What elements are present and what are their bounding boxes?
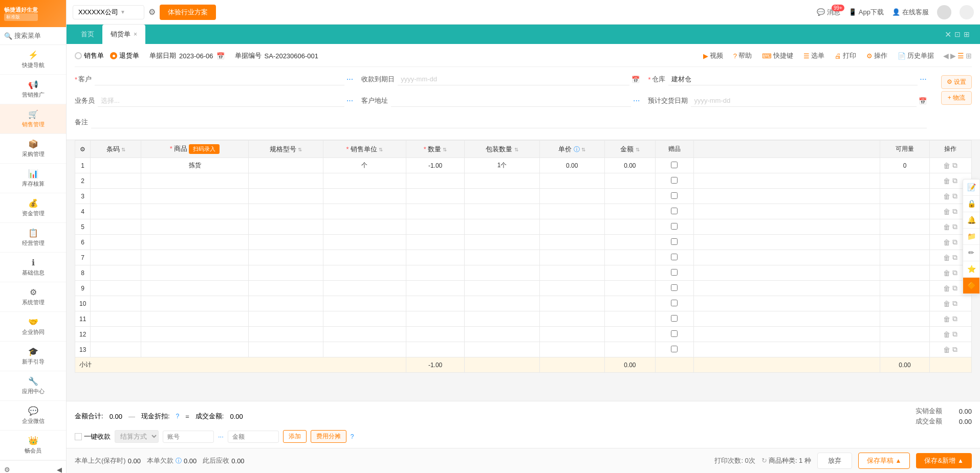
barcode-sort[interactable]: ⇅ (121, 147, 125, 152)
row-barcode-12[interactable] (91, 342, 141, 357)
toolbar-video[interactable]: ▶ 视频 (700, 50, 726, 61)
right-tool-lock[interactable]: 🔒 (963, 196, 979, 212)
gift-checkbox-4[interactable] (671, 223, 678, 230)
row-gift-8[interactable] (655, 281, 693, 296)
row-unitprice-2[interactable] (539, 189, 604, 204)
row-amount-10[interactable] (604, 311, 655, 327)
row-unit-3[interactable] (323, 204, 406, 219)
address-dots[interactable]: ··· (633, 96, 640, 105)
row-pkgqty-0[interactable]: 1个 (465, 158, 539, 173)
expand-icon[interactable]: ⊡ (954, 30, 961, 38)
warehouse-input[interactable] (668, 73, 918, 85)
row-unitprice-4[interactable] (539, 219, 604, 235)
copy-icon-6[interactable]: ⧉ (952, 253, 957, 262)
row-unit-2[interactable] (323, 189, 406, 204)
copy-icon-3[interactable]: ⧉ (952, 207, 957, 216)
logistics-button[interactable]: + 物流 (941, 91, 972, 105)
row-unitprice-6[interactable] (539, 250, 604, 265)
row-gift-2[interactable] (655, 189, 693, 204)
row-pkgqty-5[interactable] (465, 235, 539, 250)
row-unit-10[interactable] (323, 311, 406, 327)
row-pkgqty-10[interactable] (465, 311, 539, 327)
row-gift-6[interactable] (655, 250, 693, 265)
row-product-12[interactable] (141, 342, 248, 357)
cash-discount-info-icon[interactable]: ? (176, 413, 180, 420)
row-unitprice-3[interactable] (539, 204, 604, 219)
row-barcode-3[interactable] (91, 204, 141, 219)
row-spec-2[interactable] (248, 189, 323, 204)
row-barcode-4[interactable] (91, 219, 141, 235)
row-amount-12[interactable] (604, 342, 655, 357)
row-unitprice-1[interactable] (539, 173, 604, 189)
row-product-0[interactable]: 拣货 (141, 158, 248, 173)
price-info-icon[interactable]: ⓘ (574, 146, 580, 153)
row-gift-3[interactable] (655, 204, 693, 219)
row-barcode-11[interactable] (91, 327, 141, 342)
row-product-1[interactable] (141, 173, 248, 189)
app-download-button[interactable]: 📱 App下载 (848, 8, 884, 17)
row-pkgqty-12[interactable] (465, 342, 539, 357)
row-product-10[interactable] (141, 311, 248, 327)
radio-return[interactable]: 退货单 (110, 51, 139, 60)
sidebar-item-4[interactable]: 📊库存核算 (0, 164, 66, 193)
delete-icon-2[interactable]: 🗑 (943, 192, 950, 200)
settings-button[interactable]: ⚙ 设置 (941, 75, 972, 89)
row-unitprice-11[interactable] (539, 327, 604, 342)
row-barcode-1[interactable] (91, 173, 141, 189)
one-click-payment-checkbox[interactable]: 一键收款 (75, 432, 111, 441)
row-qty-9[interactable] (406, 296, 464, 311)
tab-home[interactable]: 首页 (73, 25, 102, 44)
row-barcode-2[interactable] (91, 189, 141, 204)
row-gift-11[interactable] (655, 327, 693, 342)
prev-icon[interactable]: ◀ (943, 52, 949, 60)
sidebar-item-1[interactable]: 📢营销推广 (0, 75, 66, 104)
row-qty-10[interactable] (406, 311, 464, 327)
row-pkgqty-11[interactable] (465, 327, 539, 342)
gift-checkbox-2[interactable] (671, 192, 678, 199)
right-tool-star[interactable]: ⭐ (963, 261, 979, 278)
sidebar-item-10[interactable]: 🎓新手引导 (0, 342, 66, 371)
copy-icon-2[interactable]: ⧉ (952, 192, 957, 200)
delete-icon-6[interactable]: 🗑 (943, 254, 950, 262)
copy-icon-9[interactable]: ⧉ (952, 299, 957, 308)
row-product-6[interactable] (141, 250, 248, 265)
gift-checkbox-3[interactable] (671, 208, 678, 214)
copy-icon-4[interactable]: ⧉ (952, 222, 957, 231)
row-qty-3[interactable] (406, 204, 464, 219)
gift-checkbox-5[interactable] (671, 238, 678, 245)
row-unit-1[interactable] (323, 173, 406, 189)
row-amount-1[interactable] (604, 173, 655, 189)
row-barcode-8[interactable] (91, 281, 141, 296)
delete-icon-5[interactable]: 🗑 (943, 238, 950, 246)
company-selector[interactable]: XXXXXX公司 ▼ (73, 5, 144, 19)
grid-view2-icon[interactable]: ⊞ (966, 52, 972, 60)
row-unit-4[interactable] (323, 219, 406, 235)
row-product-11[interactable] (141, 327, 248, 342)
add-button[interactable]: 添加 (283, 430, 307, 443)
row-gift-10[interactable] (655, 311, 693, 327)
message-button[interactable]: 💬 消息 99+ (817, 8, 840, 17)
row-spec-1[interactable] (248, 173, 323, 189)
right-tool-folder[interactable]: 📁 (963, 229, 979, 245)
receipt-calendar-icon[interactable]: 📅 (631, 76, 640, 83)
spec-sort[interactable]: ⇅ (298, 147, 302, 152)
radio-sale[interactable]: 销售单 (75, 51, 104, 60)
refresh-icon[interactable]: ↻ (761, 457, 767, 464)
row-unit-8[interactable] (323, 281, 406, 296)
toolbar-operation[interactable]: ⚙ 操作 (863, 50, 890, 61)
toolbar-select[interactable]: ☰ 选单 (800, 50, 827, 61)
sidebar-item-9[interactable]: 🤝企业协同 (0, 312, 66, 342)
copy-icon-11[interactable]: ⧉ (952, 330, 957, 339)
row-pkgqty-9[interactable] (465, 296, 539, 311)
row-unit-11[interactable] (323, 327, 406, 342)
row-spec-3[interactable] (248, 204, 323, 219)
row-unit-7[interactable] (323, 265, 406, 281)
note-input[interactable] (91, 116, 927, 128)
copy-icon-10[interactable]: ⧉ (952, 314, 957, 323)
row-qty-2[interactable] (406, 189, 464, 204)
row-gift-9[interactable] (655, 296, 693, 311)
user-avatar[interactable] (937, 5, 951, 19)
row-unitprice-8[interactable] (539, 281, 604, 296)
row-spec-4[interactable] (248, 219, 323, 235)
row-qty-12[interactable] (406, 342, 464, 357)
